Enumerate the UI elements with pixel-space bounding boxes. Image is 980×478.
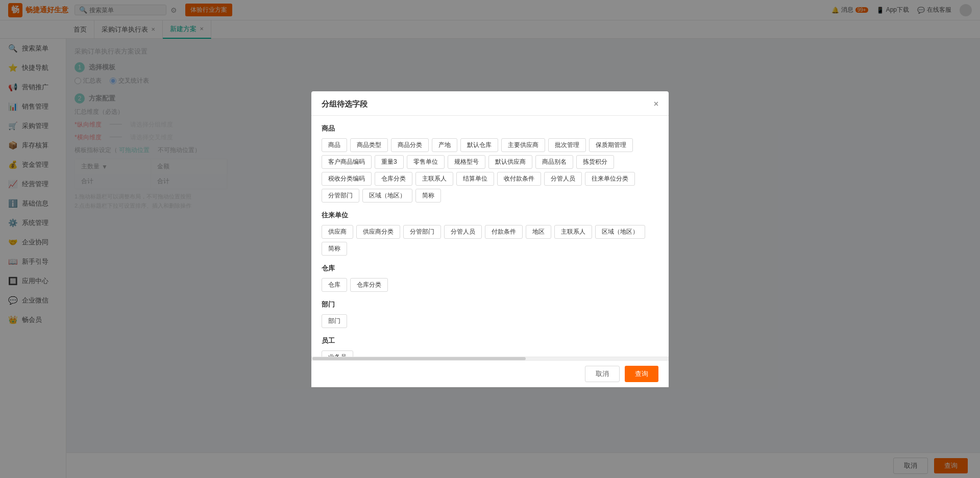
section-dept-title: 部门 [322,300,658,309]
field-tag-weight3[interactable]: 重量3 [375,155,404,169]
field-tag-region[interactable]: 区域（地区） [362,189,412,203]
section-department: 部门 部门 [322,300,658,328]
field-tag-goods-category[interactable]: 商品分类 [391,138,429,152]
section-emp-title: 员工 [322,336,658,345]
field-tag-payment-terms[interactable]: 收付款条件 [497,172,541,186]
warehouse-field-tags: 仓库 仓库分类 [322,278,658,292]
field-tag-abbr[interactable]: 简称 [415,189,441,203]
modal-title: 分组待选字段 [322,99,368,109]
section-goods-title: 商品 [322,124,658,133]
field-tag-origin[interactable]: 产地 [432,138,457,152]
field-tag-main-supplier[interactable]: 主要供应商 [501,138,545,152]
field-tag-warehouse-category[interactable]: 仓库分类 [375,172,412,186]
modal-confirm-btn[interactable]: 查询 [625,366,658,382]
field-tag-retail-unit[interactable]: 零售单位 [407,155,445,169]
field-tag-partner-abbr[interactable]: 简称 [322,242,347,256]
modal-body: 商品 商品 商品类型 商品分类 产地 默认仓库 主要供应商 批次管理 保质期管理… [311,116,669,357]
modal-header: 分组待选字段 × [311,91,669,116]
field-tag-supplier-category[interactable]: 供应商分类 [356,225,400,239]
field-select-modal: 分组待选字段 × 商品 商品 商品类型 商品分类 产地 默认仓库 主要供应商 批… [311,91,669,387]
field-tag-partner-dept[interactable]: 分管部门 [403,225,441,239]
field-tag-tax-code[interactable]: 税收分类编码 [322,172,372,186]
field-tag-supervise-dept[interactable]: 分管部门 [322,189,359,203]
field-tag-partner-payment[interactable]: 付款条件 [485,225,523,239]
modal-footer: 取消 查询 [311,360,669,387]
emp-field-tags: 业务员 [322,350,658,357]
partner-field-tags: 供应商 供应商分类 分管部门 分管人员 付款条件 地区 主联系人 区域（地区） … [322,225,658,256]
field-tag-dept[interactable]: 部门 [322,314,347,328]
modal-close-btn[interactable]: × [654,99,658,109]
field-tag-goods-type[interactable]: 商品类型 [350,138,388,152]
field-tag-partner-region[interactable]: 区域（地区） [595,225,645,239]
goods-field-tags: 商品 商品类型 商品分类 产地 默认仓库 主要供应商 批次管理 保质期管理 客户… [322,138,658,203]
field-tag-customer-code[interactable]: 客户商品编码 [322,155,372,169]
field-tag-settle-unit[interactable]: 结算单位 [456,172,494,186]
dept-field-tags: 部门 [322,314,658,328]
section-employee: 员工 业务员 [322,336,658,357]
field-tag-supervisor[interactable]: 分管人员 [544,172,582,186]
field-tag-salesperson[interactable]: 业务员 [322,350,353,357]
field-tag-partner-area[interactable]: 地区 [526,225,551,239]
field-tag-expiry-mgmt[interactable]: 保质期管理 [589,138,633,152]
horizontal-scrollbar[interactable] [311,357,669,360]
section-partner: 往来单位 供应商 供应商分类 分管部门 分管人员 付款条件 地区 主联系人 区域… [322,211,658,256]
section-warehouse: 仓库 仓库 仓库分类 [322,264,658,292]
section-goods: 商品 商品 商品类型 商品分类 产地 默认仓库 主要供应商 批次管理 保质期管理… [322,124,658,203]
field-tag-warehouse[interactable]: 仓库 [322,278,347,292]
field-tag-partner-supervisor[interactable]: 分管人员 [444,225,482,239]
modal-cancel-btn[interactable]: 取消 [585,366,620,382]
field-tag-main-contact[interactable]: 主联系人 [415,172,453,186]
field-tag-spec-model[interactable]: 规格型号 [448,155,485,169]
field-tag-warehouse-cat[interactable]: 仓库分类 [350,278,388,292]
modal-overlay: 分组待选字段 × 商品 商品 商品类型 商品分类 产地 默认仓库 主要供应商 批… [0,0,980,478]
section-partner-title: 往来单位 [322,211,658,220]
field-tag-default-warehouse[interactable]: 默认仓库 [460,138,498,152]
field-tag-supplier[interactable]: 供应商 [322,225,353,239]
section-warehouse-title: 仓库 [322,264,658,273]
field-tag-goods[interactable]: 商品 [322,138,347,152]
field-tag-batch-mgmt[interactable]: 批次管理 [548,138,586,152]
field-tag-partner-contact[interactable]: 主联系人 [554,225,592,239]
field-tag-default-supplier[interactable]: 默认供应商 [488,155,532,169]
field-tag-partner-category[interactable]: 往来单位分类 [585,172,635,186]
field-tag-pick-points[interactable]: 拣货积分 [576,155,614,169]
field-tag-goods-alias[interactable]: 商品别名 [535,155,573,169]
